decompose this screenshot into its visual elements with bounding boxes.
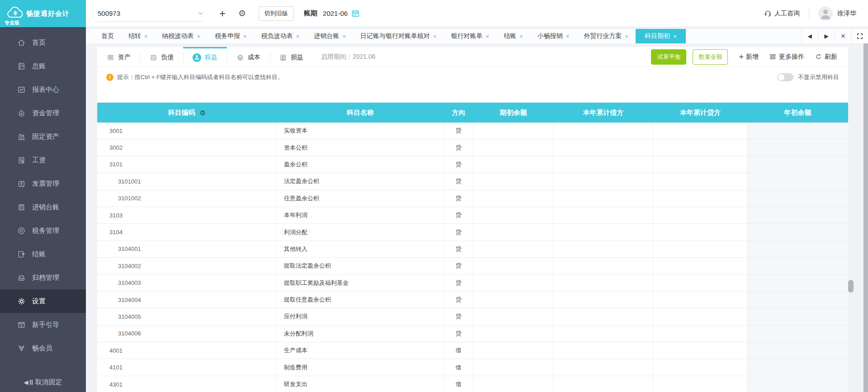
category-tab-成本[interactable]: 成本	[227, 47, 270, 66]
initial-balance-cell[interactable]	[747, 359, 848, 375]
sidebar-item-设置[interactable]: 设置	[0, 289, 86, 313]
table-row[interactable]: 3002 资本公积 贷	[97, 139, 848, 156]
ytd-debit-cell[interactable]	[553, 376, 653, 392]
opening-balance-cell[interactable]	[473, 308, 553, 325]
ytd-credit-cell[interactable]	[653, 308, 747, 325]
initial-balance-cell[interactable]	[747, 156, 848, 173]
document-tab[interactable]: 结账 ×	[496, 29, 530, 43]
ytd-debit-cell[interactable]	[553, 224, 653, 240]
table-row[interactable]: 3101 盈余公积 贷	[97, 156, 848, 173]
sidebar-item-畅会员[interactable]: 畅会员	[0, 336, 86, 360]
document-tab[interactable]: 银行对账单 ×	[444, 29, 497, 43]
avatar[interactable]	[818, 6, 833, 21]
close-tab-icon[interactable]: ×	[342, 33, 346, 40]
close-tab-icon[interactable]: ×	[243, 33, 247, 40]
column-header-code[interactable]: 科目编码 ⚙	[97, 103, 277, 123]
hide-disabled-toggle[interactable]	[777, 73, 793, 81]
table-row[interactable]: 3104005 应付利润 贷	[97, 308, 848, 325]
table-row[interactable]: 4101 制造费用 借	[97, 359, 848, 376]
initial-balance-cell[interactable]	[747, 224, 848, 240]
sidebar-item-结账[interactable]: 结账	[0, 242, 86, 266]
document-tab[interactable]: 税负波动表 ×	[254, 29, 307, 43]
table-row[interactable]: 3001 实收资本 贷	[97, 123, 848, 139]
ytd-credit-cell[interactable]	[653, 376, 747, 392]
document-tab[interactable]: 科目期初 ×	[636, 29, 686, 43]
table-row[interactable]: 3104006 未分配利润 贷	[97, 326, 848, 342]
ytd-debit-cell[interactable]	[553, 258, 653, 274]
ytd-credit-cell[interactable]	[653, 241, 747, 257]
category-tab-资产[interactable]: 资产	[97, 47, 140, 66]
table-row[interactable]: 3104003 提取职工奖励及福利基金 贷	[97, 275, 848, 292]
sidebar-item-报表中心[interactable]: 报表中心	[0, 78, 86, 101]
tabs-scroll-left-button[interactable]: ◀	[801, 29, 818, 43]
sidebar-item-资金管理[interactable]: 资金管理	[0, 101, 86, 125]
initial-balance-cell[interactable]	[747, 139, 848, 156]
column-header-direction[interactable]: 方向	[444, 103, 473, 123]
opening-balance-cell[interactable]	[473, 342, 553, 359]
close-tab-icon[interactable]: ×	[625, 33, 628, 40]
unpin-button[interactable]: ◀ 取消固定	[0, 378, 86, 387]
table-scrollbar-thumb[interactable]	[848, 280, 854, 293]
initial-balance-cell[interactable]	[747, 190, 848, 207]
document-tab[interactable]: 进销台账 ×	[307, 29, 353, 43]
ytd-debit-cell[interactable]	[553, 139, 653, 156]
add-company-icon[interactable]: +	[219, 8, 226, 19]
initial-balance-cell[interactable]	[747, 241, 848, 257]
category-tab-损益[interactable]: 损益	[270, 47, 313, 66]
column-header-ytd-credit[interactable]: 本年累计贷方	[653, 103, 747, 123]
ytd-credit-cell[interactable]	[653, 224, 747, 240]
trial-balance-button[interactable]: 试算平衡	[651, 49, 686, 65]
initial-balance-cell[interactable]	[747, 326, 848, 342]
ytd-debit-cell[interactable]	[553, 326, 653, 342]
close-tab-icon[interactable]: ×	[519, 33, 523, 40]
table-row[interactable]: 4001 生产成本 借	[97, 342, 848, 359]
ytd-debit-cell[interactable]	[553, 173, 653, 189]
initial-balance-cell[interactable]	[747, 342, 848, 359]
sidebar-item-发票管理[interactable]: 发票管理	[0, 172, 86, 195]
initial-balance-cell[interactable]	[747, 275, 848, 291]
ytd-credit-cell[interactable]	[653, 207, 747, 223]
opening-balance-cell[interactable]	[473, 292, 553, 308]
ytd-credit-cell[interactable]	[653, 292, 747, 308]
ytd-debit-cell[interactable]	[553, 156, 653, 173]
opening-balance-cell[interactable]	[473, 207, 553, 223]
opening-balance-cell[interactable]	[473, 190, 553, 207]
add-button[interactable]: + 新增	[739, 53, 759, 61]
ytd-debit-cell[interactable]	[553, 207, 653, 223]
ytd-credit-cell[interactable]	[653, 275, 747, 291]
table-row[interactable]: 3104 利润分配 贷	[97, 224, 848, 241]
ytd-debit-cell[interactable]	[553, 241, 653, 257]
initial-balance-cell[interactable]	[747, 207, 848, 223]
table-row[interactable]: 4301 研发支出 借	[97, 376, 848, 392]
table-row[interactable]: 3104002 提取法定盈余公积 贷	[97, 258, 848, 274]
ytd-credit-cell[interactable]	[653, 156, 747, 173]
close-tab-icon[interactable]: ×	[566, 33, 570, 40]
initial-balance-cell[interactable]	[747, 376, 848, 392]
initial-balance-cell[interactable]	[747, 308, 848, 325]
opening-balance-cell[interactable]	[473, 139, 553, 156]
ytd-debit-cell[interactable]	[553, 190, 653, 207]
ytd-debit-cell[interactable]	[553, 123, 653, 139]
column-settings-gear-icon[interactable]: ⚙	[200, 109, 206, 116]
table-row[interactable]: 3101001 法定盈余公积 贷	[97, 173, 848, 190]
table-row[interactable]: 3101002 任意盈余公积 贷	[97, 190, 848, 207]
company-select[interactable]: 500973	[98, 9, 204, 22]
ytd-debit-cell[interactable]	[553, 292, 653, 308]
sidebar-item-工资[interactable]: 工资	[0, 148, 86, 172]
document-tab[interactable]: 税务申报 ×	[208, 29, 254, 43]
close-tab-icon[interactable]: ×	[433, 33, 437, 40]
switch-old-version-button[interactable]: 切到旧版	[259, 6, 294, 21]
fullscreen-button[interactable]	[851, 29, 868, 43]
close-tab-icon[interactable]: ×	[296, 33, 300, 40]
column-header-initial-balance[interactable]: 年初余额	[747, 103, 848, 123]
close-tab-icon[interactable]: ×	[197, 33, 201, 40]
support-button[interactable]: 人工咨询	[764, 9, 800, 18]
opening-balance-cell[interactable]	[473, 376, 553, 392]
ytd-debit-cell[interactable]	[553, 275, 653, 291]
quantity-amount-button[interactable]: 数量金额	[693, 49, 728, 65]
document-tab[interactable]: 日记账与银行对账单核对 ×	[353, 29, 444, 43]
opening-balance-cell[interactable]	[473, 258, 553, 274]
column-header-name[interactable]: 科目名称	[277, 103, 444, 123]
close-tab-icon[interactable]: ×	[486, 33, 490, 40]
logo-block[interactable]: 畅捷通好会计 专业版	[0, 0, 86, 27]
